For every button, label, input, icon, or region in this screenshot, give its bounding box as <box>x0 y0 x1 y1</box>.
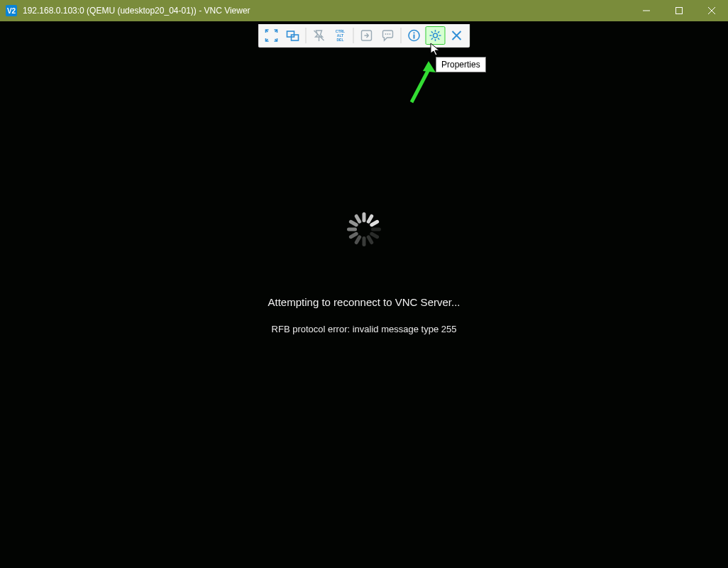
svg-point-8 <box>387 33 389 35</box>
svg-rect-1 <box>287 31 294 37</box>
chat-icon <box>381 28 395 43</box>
svg-text:DEL: DEL <box>337 38 344 42</box>
svg-point-9 <box>390 33 391 35</box>
status-block: Attempting to reconnect to VNC Server...… <box>268 229 460 334</box>
scale-icon <box>286 28 300 43</box>
info-icon <box>407 28 421 43</box>
toolbar-separator <box>306 28 307 43</box>
properties-button[interactable] <box>426 26 446 45</box>
svg-marker-15 <box>423 61 436 72</box>
annotation-arrow <box>404 60 440 109</box>
vnc-viewer-window: V2 192.168.0.103:0 (QEMU (udesktop20_04-… <box>0 0 728 568</box>
ctrl-alt-del-button[interactable]: CTRL ALT DEL <box>331 26 351 45</box>
transfer-icon <box>360 28 374 43</box>
window-close-button[interactable] <box>695 0 728 21</box>
fullscreen-icon <box>265 28 279 43</box>
app-icon: V2 <box>6 5 17 16</box>
svg-rect-12 <box>414 35 415 39</box>
svg-point-11 <box>413 32 414 33</box>
ctrl-alt-del-icon: CTRL ALT DEL <box>332 28 349 43</box>
properties-icon <box>429 28 443 43</box>
svg-rect-0 <box>676 8 683 14</box>
properties-tooltip: Properties <box>436 57 486 72</box>
window-title: 192.168.0.103:0 (QEMU (udesktop20_04-01)… <box>23 6 250 16</box>
svg-point-7 <box>385 33 387 35</box>
svg-line-14 <box>412 70 429 102</box>
remote-viewport: CTRL ALT DEL <box>0 21 728 568</box>
toolbar-separator <box>353 28 354 43</box>
scale-button[interactable] <box>283 26 303 45</box>
vnc-toolbar: CTRL ALT DEL <box>258 24 470 48</box>
status-error-text: RFB protocol error: invalid message type… <box>272 324 457 334</box>
status-main-text: Attempting to reconnect to VNC Server... <box>268 296 460 308</box>
minimize-button[interactable] <box>630 0 663 21</box>
close-session-button[interactable] <box>447 26 467 45</box>
loading-spinner <box>347 229 381 263</box>
transfer-button[interactable] <box>357 26 377 45</box>
maximize-button[interactable] <box>663 0 695 21</box>
pin-icon <box>312 28 326 43</box>
chat-button[interactable] <box>378 26 398 45</box>
titlebar: V2 192.168.0.103:0 (QEMU (udesktop20_04-… <box>0 0 728 21</box>
pin-button[interactable] <box>309 26 329 45</box>
close-session-icon <box>450 28 464 43</box>
toolbar-separator <box>401 28 402 43</box>
info-button[interactable] <box>404 26 424 45</box>
fullscreen-button[interactable] <box>262 26 282 45</box>
svg-point-13 <box>434 33 438 38</box>
svg-rect-2 <box>292 35 299 40</box>
